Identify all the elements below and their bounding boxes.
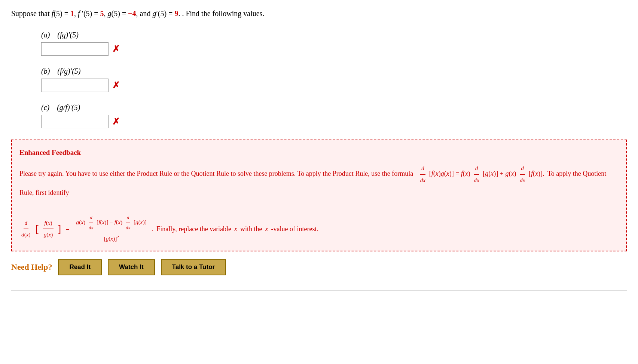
feedback-title: Enhanced Feedback [19, 146, 619, 159]
part-b-label: (b) (f/g)′(5) [41, 67, 627, 76]
part-b-input[interactable] [41, 79, 109, 92]
feedback-text: Please try again. You have to use either… [19, 163, 619, 245]
d-dx-outer: d d(x) [20, 217, 32, 241]
problem-statement: Suppose that f(5) = 1, f ′(5) = 5, g(5) … [11, 7, 627, 19]
part-a: (a) (fg)′(5) ✗ [41, 31, 627, 56]
gprime5-value: 9 [174, 9, 178, 18]
f-over-g: f(x) g(x) [43, 217, 54, 241]
d-dx-fraction-product: d dx [419, 163, 427, 186]
part-c: (c) (g/f)′(5) ✗ [41, 103, 627, 128]
part-a-label: (a) (fg)′(5) [41, 31, 627, 39]
statement-suffix: . Find the following values. [182, 9, 264, 18]
watch-it-button[interactable]: Watch It [108, 259, 155, 275]
fprime5-value: 5 [100, 9, 104, 18]
part-c-wrong-mark: ✗ [112, 116, 120, 127]
read-it-button[interactable]: Read It [58, 259, 102, 275]
part-b-input-row: ✗ [41, 79, 627, 92]
g5-value: −4 [128, 9, 136, 18]
part-c-input-row: ✗ [41, 115, 627, 128]
d-dx-fraction-g: d dx [473, 163, 480, 186]
d-dx-fraction-f: d dx [519, 163, 526, 186]
part-c-input[interactable] [41, 115, 109, 128]
statement-prefix: Suppose that [11, 9, 52, 18]
part-a-input-row: ✗ [41, 42, 627, 56]
f5-value: 1 [70, 9, 74, 18]
quotient-rule-fraction: g(x) d dx [f(x)] − f(x) d dx [g(x)] [g(x… [75, 213, 148, 245]
bottom-bar [11, 290, 627, 294]
part-c-label: (c) (g/f)′(5) [41, 103, 627, 112]
part-b-wrong-mark: ✗ [112, 80, 120, 91]
need-help-row: Need Help? Read It Watch It Talk to a Tu… [11, 259, 627, 275]
need-help-label: Need Help? [11, 262, 52, 272]
part-a-input[interactable] [41, 42, 109, 56]
talk-to-tutor-button[interactable]: Talk to a Tutor [161, 259, 226, 275]
part-b: (b) (f/g)′(5) ✗ [41, 67, 627, 92]
part-a-wrong-mark: ✗ [112, 44, 120, 54]
feedback-box: Enhanced Feedback Please try again. You … [11, 140, 627, 251]
inner-d-dx-f: d dx [88, 213, 94, 233]
inner-d-dx-g: d dx [125, 213, 131, 233]
